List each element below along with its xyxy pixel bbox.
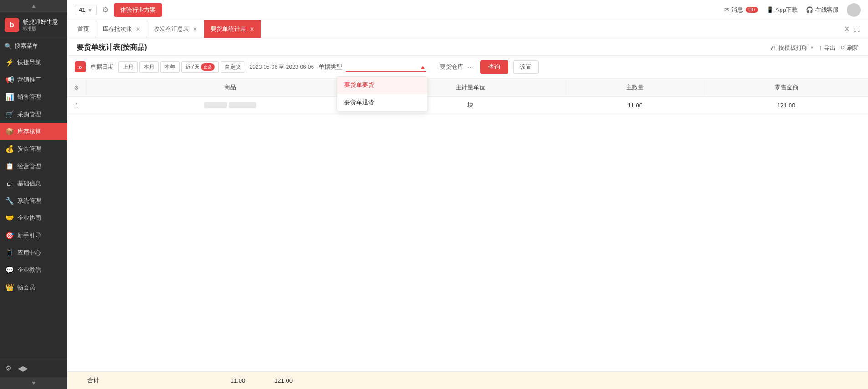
store-dropdown-icon: ▼ (87, 7, 92, 13)
tab-close-receivable-summary[interactable]: ✕ (193, 26, 197, 32)
tab-label-requisition-stats: 要货单统计表 (211, 25, 246, 33)
filter-expand-btn[interactable]: » (75, 61, 86, 72)
sidebar-item-finance[interactable]: 💰资金管理 (0, 140, 67, 158)
dropdown-option-return[interactable]: 要货单退货 (337, 94, 427, 111)
sidebar-item-marketing[interactable]: 📢营销推广 (0, 71, 67, 88)
tab-close-inventory-batch[interactable]: ✕ (136, 26, 140, 32)
date-current-month[interactable]: 本月 (139, 61, 159, 73)
settings-icon[interactable]: ⚙ (5, 364, 12, 373)
sidebar-item-quick-nav[interactable]: ⚡快捷导航 (0, 54, 67, 71)
table-footer: 合计 11.00 121.00 (67, 371, 868, 389)
sidebar-item-label: 畅会员 (17, 283, 35, 292)
tab-inventory-batch[interactable]: 库存批次账✕ (96, 20, 147, 38)
sidebar-item-system[interactable]: 🔧系统管理 (0, 192, 67, 210)
gear-icon[interactable]: ⚙ (74, 84, 79, 91)
tab-receivable-summary[interactable]: 收发存汇总表✕ (147, 20, 204, 38)
warehouse-label: 要货仓库 (440, 63, 463, 71)
refresh-btn[interactable]: ↺ 刷新 (840, 44, 859, 52)
logo-title: 畅捷通好生意 (23, 18, 58, 26)
settings-icon[interactable]: ⚙ (102, 5, 108, 14)
date-7days[interactable]: 近7天 更多 (181, 61, 219, 73)
sidebar-item-purchase[interactable]: 🛒采购管理 (0, 106, 67, 123)
close-all-icon[interactable]: ✕ (844, 25, 850, 33)
messages-label: 消息 (731, 6, 743, 14)
topbar-right: ✉ 消息 99+ 📱 App下载 🎧 在线客服 (724, 3, 861, 17)
more-badge: 更多 (201, 63, 215, 71)
type-section: 单据类型 ▲ 要货单要货 要货单退货 (318, 62, 426, 72)
purchase-icon: 🛒 (5, 110, 14, 118)
print-icon: 🖨 (770, 44, 776, 51)
sidebar-scroll-bottom[interactable]: ▼ (0, 377, 67, 389)
marketing-icon: 📢 (5, 76, 14, 84)
sidebar-item-wechat[interactable]: 💬企业微信 (0, 261, 67, 279)
logo-sub: 标准版 (23, 26, 58, 32)
trial-btn[interactable]: 体验行业方案 (114, 3, 162, 17)
sidebar-item-label: 企业微信 (17, 266, 41, 274)
cell-amount: 121.00 (704, 97, 868, 114)
footer-quantity: 11.00 (215, 377, 261, 384)
wechat-icon: 💬 (5, 266, 14, 274)
table-row: 1 块 11.00 121.00 (67, 97, 868, 114)
tab-requisition-stats[interactable]: 要货单统计表✕ (204, 20, 261, 38)
sidebar-item-label: 应用中心 (17, 249, 41, 257)
message-icon: ✉ (724, 6, 729, 13)
system-icon: 🔧 (5, 197, 14, 205)
sidebar-item-label: 经营管理 (17, 162, 41, 170)
page-header-actions: 🖨 按模板打印 ▼ ↑ 导出 ↺ 刷新 (770, 44, 859, 52)
user-avatar[interactable] (847, 3, 861, 17)
cooperation-icon: 🤝 (5, 214, 14, 222)
print-template-btn[interactable]: 🖨 按模板打印 ▼ (770, 44, 815, 52)
goods-name-placeholder (204, 102, 227, 108)
expand-tabs-icon[interactable]: ⛶ (853, 25, 861, 33)
warehouse-section: 要货仓库 ··· (440, 63, 474, 71)
print-dropdown-icon: ▼ (810, 45, 815, 51)
store-selector[interactable]: 41 ▼ (75, 5, 97, 15)
sidebar-item-cooperation[interactable]: 🤝企业协同 (0, 210, 67, 227)
date-prev-month[interactable]: 上月 (118, 61, 138, 73)
dropdown-option-order[interactable]: 要货单要货 (337, 77, 427, 94)
sidebar-item-label: 新手引导 (17, 231, 41, 240)
app-download-item[interactable]: 📱 App下载 (766, 6, 798, 14)
th-gear[interactable]: ⚙ (67, 79, 86, 97)
sidebar-item-label: 系统管理 (17, 197, 41, 205)
export-btn[interactable]: ↑ 导出 (819, 44, 836, 52)
th-amount: 零售金额 (704, 79, 868, 97)
sidebar-search-label: 搜索菜单 (15, 42, 38, 50)
date-custom[interactable]: 自定义 (221, 61, 245, 73)
sidebar-item-label: 基础信息 (17, 179, 41, 188)
warehouse-more-icon[interactable]: ··· (467, 63, 474, 71)
sidebar-nav: ⚡快捷导航📢营销推广📊销售管理🛒采购管理📦库存核算💰资金管理📋经营管理🗂基础信息… (0, 54, 67, 359)
tab-home[interactable]: 首页 (71, 20, 96, 38)
table-body: 1 块 11.00 121.00 (67, 97, 868, 114)
date-current-year[interactable]: 本年 (160, 61, 180, 73)
sidebar-item-guide[interactable]: 🎯新手引导 (0, 227, 67, 244)
inventory-icon: 📦 (5, 128, 14, 136)
main-area: 41 ▼ ⚙ 体验行业方案 ✉ 消息 99+ 📱 App下载 🎧 在线客服 首页… (67, 0, 868, 389)
settings-btn[interactable]: 设置 (513, 60, 539, 74)
sidebar-item-inventory[interactable]: 📦库存核算 (0, 123, 67, 140)
messages-item[interactable]: ✉ 消息 99+ (724, 6, 758, 14)
date-label: 单据日期 (90, 63, 114, 71)
sidebar-item-basic[interactable]: 🗂基础信息 (0, 175, 67, 192)
sidebar-item-member[interactable]: 👑畅会员 (0, 279, 67, 296)
query-btn[interactable]: 查询 (480, 60, 508, 74)
footer-amount: 121.00 (261, 377, 306, 384)
sidebar-item-operation[interactable]: 📋经营管理 (0, 158, 67, 175)
collapse-icon[interactable]: ◀▶ (17, 364, 28, 373)
tab-close-requisition-stats[interactable]: ✕ (250, 26, 254, 32)
type-dropdown-menu: 要货单要货 要货单退货 (337, 76, 428, 112)
online-service-label: 在线客服 (815, 6, 839, 14)
sidebar-item-label: 企业协同 (17, 214, 41, 222)
online-service-item[interactable]: 🎧 在线客服 (806, 6, 839, 14)
sidebar-search[interactable]: 🔍 搜索菜单 (0, 38, 67, 54)
cell-goods (86, 97, 375, 114)
export-label: 导出 (824, 44, 836, 52)
sidebar-scroll-top[interactable]: ▲ (0, 0, 67, 12)
logo-letter: b (10, 21, 14, 29)
headphone-icon: 🎧 (806, 6, 813, 13)
sidebar-item-sales[interactable]: 📊销售管理 (0, 88, 67, 106)
sidebar-item-apps[interactable]: 📱应用中心 (0, 244, 67, 261)
date-range-display: 2023-05-06 至 2023-06-06 (250, 63, 314, 71)
type-input[interactable] (346, 62, 426, 72)
tab-label-home: 首页 (77, 25, 89, 33)
